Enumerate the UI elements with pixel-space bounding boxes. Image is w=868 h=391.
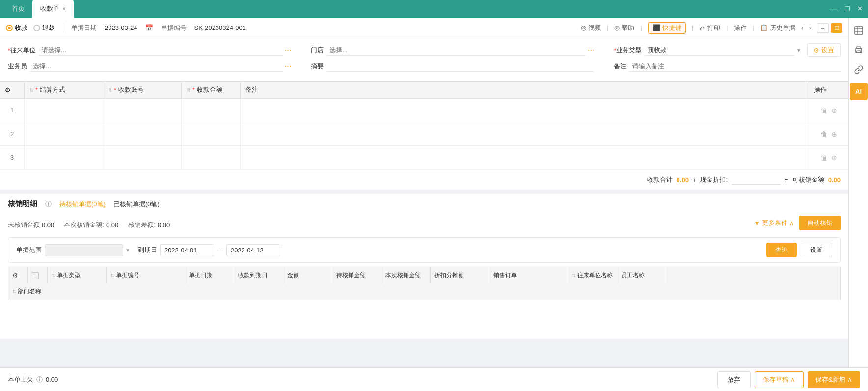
row-1-delete-icon[interactable]: 🗑 (820, 107, 827, 114)
video-btn[interactable]: ◎ 视频 (581, 24, 601, 32)
bth-checkbox[interactable] (28, 267, 48, 283)
refund-radio[interactable]: 退款 (33, 24, 55, 32)
row-1-remark[interactable] (241, 99, 809, 122)
close-window-btn[interactable]: × (856, 4, 864, 13)
nav-next-btn[interactable]: › (809, 25, 811, 31)
sidebar-link-icon[interactable] (850, 61, 868, 79)
discount-input[interactable] (732, 175, 781, 185)
row-3-account[interactable] (103, 146, 182, 169)
settings-btn[interactable]: ⚙ 设置 (807, 43, 841, 57)
row-1-settlement[interactable] (25, 99, 103, 122)
shortcut-btn[interactable]: ⬛ 快捷键 (648, 22, 686, 34)
remark-input[interactable] (629, 61, 841, 72)
row-1-num: 1 (0, 99, 25, 122)
summary-input[interactable] (326, 61, 594, 72)
pending-tab[interactable]: 待核销单据(0笔) (59, 200, 106, 209)
maximize-btn[interactable]: □ (843, 4, 852, 13)
row-2-remark[interactable] (241, 122, 809, 145)
row-1-account[interactable] (103, 99, 182, 122)
biz-type-field: * 业务类型 ▼ ⚙ 设置 (614, 43, 841, 57)
recon-info-icon[interactable]: ⓘ (45, 200, 52, 209)
auto-recon-btn[interactable]: 自动核销 (799, 216, 841, 230)
tab-active[interactable]: 收款单 × (32, 0, 74, 18)
section-gap (0, 190, 848, 194)
bth-settings[interactable]: ⚙ (8, 267, 28, 283)
number-label: 单据编号 (161, 24, 187, 32)
tab-close-icon[interactable]: × (62, 5, 66, 12)
nav-prev-btn[interactable]: ‹ (801, 25, 803, 31)
table-body-space (0, 300, 848, 339)
row-2-account[interactable] (103, 122, 182, 145)
date-to-input[interactable] (226, 244, 280, 256)
range-select[interactable] (45, 244, 123, 256)
layout-grid-icon[interactable]: ⊞ (831, 23, 842, 33)
bottom-info-icon[interactable]: ⓘ (36, 375, 43, 384)
counterparty-input[interactable] (39, 45, 283, 56)
date-from-input[interactable] (160, 244, 214, 256)
due-date-label: 到期日 (138, 246, 157, 254)
biz-type-label: 业务类型 (616, 46, 642, 55)
store-input[interactable] (326, 45, 586, 56)
query-btn[interactable]: 查询 (766, 243, 797, 257)
filter-settings-btn[interactable]: 设置 (801, 243, 832, 257)
refund-radio-label: 退款 (42, 24, 55, 32)
biz-type-select-wrapper: ▼ (645, 45, 801, 56)
header-checkbox[interactable] (32, 272, 39, 279)
calendar-icon[interactable]: 📅 (145, 24, 153, 31)
layout-list-icon[interactable]: ≡ (817, 23, 829, 33)
form-row-2: 业务员 ··· 摘要 备注 (8, 61, 841, 72)
recon-title: 核销明细 (8, 199, 37, 209)
receipt-radio-label: 收款 (15, 24, 27, 32)
sidebar-print-icon[interactable] (850, 41, 868, 59)
biz-type-chevron-icon[interactable]: ▼ (796, 48, 801, 53)
settings-icon: ⚙ (12, 272, 18, 279)
row-2-copy-icon[interactable]: ⊕ (831, 130, 837, 138)
toolbar-right: ◎ 视频 | ◎ 帮助 | ⬛ 快捷键 | 🖨 打印 | 操作 | (581, 22, 842, 34)
reconciliation-section: 核销明细 ⓘ 待核销单据(0笔) 已核销单据(0笔) 未核销金额 0.00 本次… (0, 194, 848, 300)
bth-amount: 金额 (283, 267, 332, 283)
ai-label: Ai (855, 88, 862, 95)
biz-type-input[interactable] (645, 45, 794, 56)
minimize-btn[interactable]: — (827, 4, 839, 13)
row-2-settlement[interactable] (25, 122, 103, 145)
row-3-remark[interactable] (241, 146, 809, 169)
counterparty-ellipsis[interactable]: ··· (285, 46, 291, 55)
row-3-settlement[interactable] (25, 146, 103, 169)
save-draft-btn[interactable]: 保存草稿 ∧ (755, 371, 804, 388)
row-2-delete-icon[interactable]: 🗑 (820, 130, 827, 138)
row-2-amount[interactable] (182, 122, 241, 145)
net-label: 可核销金额 (792, 175, 824, 184)
receipt-radio[interactable]: 收款 (6, 24, 27, 32)
th-settings[interactable]: ⚙ (0, 82, 25, 98)
sidebar-table-icon[interactable] (850, 22, 868, 39)
tab-home[interactable]: 首页 (4, 0, 32, 18)
save-new-btn[interactable]: 保存&新增 ∧ (808, 371, 860, 388)
operation-btn[interactable]: 操作 (734, 24, 747, 32)
filter-row: 单据范围 ▼ 到期日 — 查询 设置 (8, 237, 841, 263)
store-ellipsis[interactable]: ··· (588, 46, 594, 55)
bth-doc-num: ⇅单据编号 (107, 267, 185, 283)
remark-field: 备注 (614, 61, 841, 72)
recon-stats: 未核销金额 0.00 本次核销金额: 0.00 核销差额: 0.00 ▼ 更多条… (8, 213, 841, 237)
help-btn[interactable]: ◎ 帮助 (614, 24, 634, 32)
form-area: * 往来单位 ··· 门店 ··· * 业务类型 ▼ (0, 38, 848, 81)
row-1-amount[interactable] (182, 99, 241, 122)
row-3-copy-icon[interactable]: ⊕ (831, 154, 837, 162)
history-icon: 📋 (760, 24, 768, 31)
table-row: 2 🗑 ⊕ (0, 122, 848, 146)
bth-doc-type: ⇅单据类型 (48, 267, 107, 283)
bottom-actions: 放弃 保存草稿 ∧ 保存&新增 ∧ (717, 371, 860, 388)
abandon-btn[interactable]: 放弃 (717, 371, 751, 388)
settings-icon: ⚙ (5, 86, 11, 94)
history-btn[interactable]: 📋 历史单据 (760, 24, 795, 32)
diff-stat: 核销差额: 0.00 (128, 221, 170, 229)
print-btn[interactable]: 🖨 打印 (699, 24, 720, 32)
row-1-copy-icon[interactable]: ⊕ (831, 107, 837, 114)
more-conditions-btn[interactable]: ▼ 更多条件 ∧ (754, 219, 794, 227)
ai-btn[interactable]: Ai (850, 83, 868, 100)
row-3-delete-icon[interactable]: 🗑 (820, 154, 827, 162)
row-3-amount[interactable] (182, 146, 241, 169)
done-tab[interactable]: 已核销单据(0笔) (113, 200, 160, 209)
salesperson-input[interactable] (30, 61, 283, 72)
salesperson-ellipsis[interactable]: ··· (285, 62, 291, 71)
